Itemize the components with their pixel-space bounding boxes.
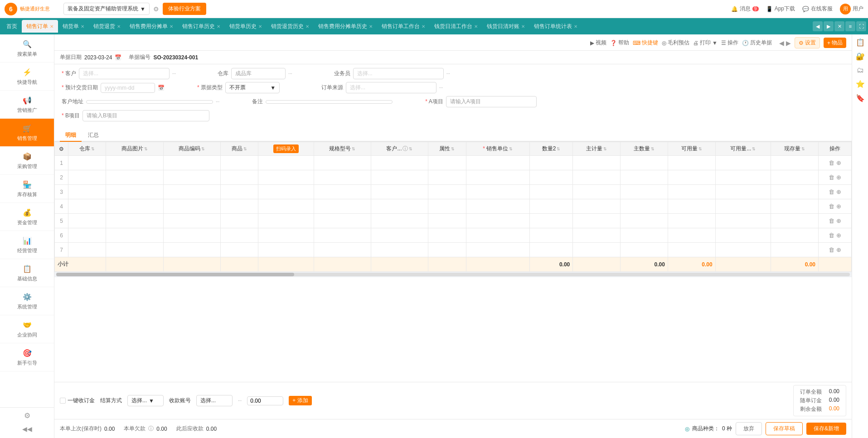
row-7-warehouse[interactable] [68, 243, 106, 257]
row-3-available[interactable] [668, 185, 715, 199]
close-icon[interactable]: ✕ [521, 24, 525, 29]
sidebar-item-enterprise[interactable]: 🤝 企业协同 [0, 315, 54, 343]
close-icon[interactable]: ✕ [474, 24, 478, 29]
row-6-main-unit[interactable] [573, 228, 621, 243]
row-1-available[interactable] [668, 156, 715, 170]
history-item[interactable]: 🕐 历史单据 [742, 39, 772, 47]
row-1-available2[interactable] [715, 156, 771, 170]
close-icon[interactable]: ✕ [170, 24, 173, 29]
row-6-current-stock[interactable] [771, 228, 819, 243]
shortcut-item[interactable]: ⌨ 快捷键 [633, 39, 658, 47]
row-5-sales-unit[interactable] [466, 214, 529, 228]
row-5-scan[interactable] [258, 214, 314, 228]
close-icon[interactable]: ✕ [422, 24, 425, 29]
nav-prev-icon[interactable]: ◀ [779, 39, 784, 47]
date-picker-icon[interactable]: 📅 [158, 85, 165, 91]
row-4-delete-icon[interactable]: 🗑 [829, 203, 834, 210]
sidebar-item-marketing[interactable]: 📢 营销推广 [0, 91, 54, 119]
checkbox-one-click[interactable] [60, 398, 66, 404]
tab-return-history[interactable]: 销货单历史 ✕ [225, 20, 267, 33]
warehouse-ellipsis-icon[interactable]: ··· [288, 71, 292, 76]
sidebar-item-inventory[interactable]: 🏪 库存核算 [0, 175, 54, 203]
row-2-product-code[interactable] [163, 170, 220, 185]
row-5-delete-icon[interactable]: 🗑 [829, 217, 834, 224]
row-5-qty2[interactable] [529, 214, 572, 228]
row-6-available2[interactable] [715, 228, 771, 243]
help-item[interactable]: ❓ 帮助 [610, 39, 629, 47]
row-1-product-code[interactable] [163, 156, 220, 170]
row-6-qty2[interactable] [529, 228, 572, 243]
tab-prev-button[interactable]: ◀ [813, 21, 823, 31]
row-3-product-code[interactable] [163, 185, 220, 199]
row-6-main-qty[interactable] [621, 228, 668, 243]
sidebar-item-guide[interactable]: 🎯 新手引导 [0, 343, 54, 371]
save-draft-button[interactable]: 保存草稿 [766, 422, 803, 435]
add-product-button[interactable]: + 物品 [824, 38, 846, 48]
row-7-available[interactable] [668, 243, 715, 257]
tab-order-history[interactable]: 销售订单历史 ✕ [178, 20, 225, 33]
tab-expense-split[interactable]: 销售费用分摊单 ✕ [125, 20, 178, 33]
row-4-available[interactable] [668, 199, 715, 214]
row-2-available[interactable] [668, 170, 715, 185]
view-video-item[interactable]: ▶ 视频 [590, 39, 606, 47]
row-4-product-img[interactable] [106, 199, 163, 214]
right-icon-2[interactable]: 🔐 [856, 52, 865, 61]
row-5-current-stock[interactable] [771, 214, 819, 228]
row-2-product-name[interactable] [220, 170, 258, 185]
row-7-available2[interactable] [715, 243, 771, 257]
row-5-warehouse[interactable] [68, 214, 106, 228]
row-4-scan[interactable] [258, 199, 314, 214]
customer-input[interactable]: 选择... [79, 68, 170, 79]
row-6-warehouse[interactable] [68, 228, 106, 243]
row-3-copy-icon[interactable]: ⊕ [836, 188, 841, 195]
row-2-available2[interactable] [715, 170, 771, 185]
tab-fullscreen-button[interactable]: ⛶ [856, 21, 866, 31]
row-5-attribute[interactable] [428, 214, 466, 228]
row-2-attribute[interactable] [428, 170, 466, 185]
sidebar-item-sys-config[interactable]: ⚙️ 系统管理 [0, 287, 54, 315]
row-7-product-name[interactable] [220, 243, 258, 257]
horizontal-scrollbar[interactable] [54, 272, 852, 277]
row-6-product-code[interactable] [163, 228, 220, 243]
row-5-customer-code[interactable] [371, 214, 428, 228]
account-select[interactable]: 选择... [196, 395, 233, 406]
row-2-scan[interactable] [258, 170, 314, 185]
operation-item[interactable]: ☰ 操作 [721, 39, 738, 47]
row-6-product-img[interactable] [106, 228, 163, 243]
row-2-current-stock[interactable] [771, 170, 819, 185]
row-4-attribute[interactable] [428, 199, 466, 214]
row-4-customer-code[interactable] [371, 199, 428, 214]
row-3-product-name[interactable] [220, 185, 258, 199]
close-icon[interactable]: ✕ [369, 24, 373, 29]
tab-refund-history[interactable]: 销货退货历史 ✕ [267, 20, 314, 33]
row-5-available[interactable] [668, 214, 715, 228]
row-1-main-qty[interactable] [621, 156, 668, 170]
row-6-available[interactable] [668, 228, 715, 243]
close-icon[interactable]: ✕ [305, 24, 309, 29]
row-2-product-img[interactable] [106, 170, 163, 185]
row-5-spec[interactable] [314, 214, 371, 228]
right-icon-5-orange[interactable]: 🔖 [856, 94, 865, 102]
customer-address-input[interactable] [86, 100, 213, 104]
amount-input[interactable] [247, 396, 283, 405]
row-3-available2[interactable] [715, 185, 771, 199]
row-6-attribute[interactable] [428, 228, 466, 243]
row-7-spec[interactable] [314, 243, 371, 257]
row-7-main-unit[interactable] [573, 243, 621, 257]
user-item[interactable]: 用 用户 [840, 4, 863, 14]
row-2-sales-unit[interactable] [466, 170, 529, 185]
sidebar-item-sales-mgmt[interactable]: 🛒 销售管理 [0, 119, 54, 147]
row-3-spec[interactable] [314, 185, 371, 199]
row-7-product-code[interactable] [163, 243, 220, 257]
row-4-spec[interactable] [314, 199, 371, 214]
staff-ellipsis-icon[interactable]: ··· [446, 71, 450, 76]
tab-sales-return[interactable]: 销货单 ✕ [58, 20, 89, 33]
row-7-attribute[interactable] [428, 243, 466, 257]
tab-expense-history[interactable]: 销售费用分摊单历史 ✕ [314, 20, 377, 33]
notification-item[interactable]: 🔔 消息 9 [731, 5, 759, 13]
row-1-current-stock[interactable] [771, 156, 819, 170]
discard-button[interactable]: 放弃 [736, 422, 762, 435]
row-7-scan[interactable] [258, 243, 314, 257]
tab-sales-stat[interactable]: 销售订单统计表 ✕ [529, 20, 582, 33]
sidebar-item-finance[interactable]: 💰 资金管理 [0, 203, 54, 231]
